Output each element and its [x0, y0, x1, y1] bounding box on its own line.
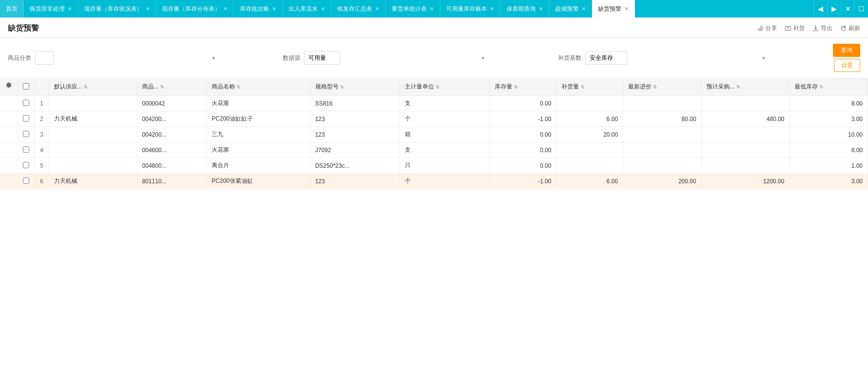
stock-sort-icon: ⇅ [514, 84, 518, 89]
settings-button[interactable]: 设置 [834, 59, 860, 72]
query-button[interactable]: 查询 [833, 44, 860, 57]
row-supplier [49, 96, 137, 111]
col-est-purchase[interactable]: 预计采购... ⇅ [701, 78, 789, 96]
tab-close-icon[interactable]: ✕ [375, 6, 380, 12]
row-supplier [49, 127, 137, 142]
tab-nav-buttons: ◀ ▶ ✕ ☐ [814, 0, 868, 18]
tab-close-icon[interactable]: ✕ [581, 6, 586, 12]
tab-close-icon[interactable]: ✕ [321, 6, 325, 12]
tab-bar: 首页拣货异常处理✕现存量（库存状况表）✕现存量（库存分布表）✕库存批次账✕出入库… [0, 0, 868, 18]
tab-prev-btn[interactable]: ◀ [814, 0, 827, 18]
col-min-stock[interactable]: 最低库存 ⇅ [789, 78, 868, 96]
col-product-code[interactable]: 商品... ⇅ [137, 78, 207, 96]
gear-icon[interactable] [5, 82, 13, 90]
row-spec: 123 [310, 127, 400, 142]
row-checkbox-5[interactable] [23, 177, 29, 184]
tab-demand-stat[interactable]: 要货单统计表✕ [386, 0, 440, 18]
row-supplier [49, 158, 137, 174]
row-checkbox-cell [18, 174, 35, 189]
tab-batch-account[interactable]: 库存批次账✕ [234, 0, 283, 18]
row-product-name: 三九 [207, 127, 310, 142]
tab-inout-flow[interactable]: 出入库流水✕ [283, 0, 331, 18]
tab-abnormal[interactable]: 拣货异常处理✕ [24, 0, 78, 18]
col-supplier[interactable]: 默认供应... ⇅ [49, 78, 137, 96]
row-checkbox-2[interactable] [23, 131, 29, 137]
col-product-name[interactable]: 商品名称 ⇅ [207, 78, 310, 96]
row-latest-price: 80.00 [623, 111, 701, 127]
filter-bar: 商品分类 数据源 可用量 补货基数 安全库存 查询 [0, 38, 868, 78]
tab-avail-ledger[interactable]: 可用量库存账本✕ [440, 0, 501, 18]
row-min-stock: 1.00 [789, 158, 868, 174]
row-latest-price [623, 142, 701, 158]
tab-collect-summary[interactable]: 收发存汇总表✕ [331, 0, 386, 18]
tab-close-icon[interactable]: ✕ [68, 6, 72, 12]
refresh-icon [840, 25, 847, 32]
share-button[interactable]: 分享 [757, 24, 777, 33]
tab-maximize-btn[interactable]: ☐ [854, 0, 868, 18]
tab-next-btn[interactable]: ▶ [827, 0, 841, 18]
col-replenish-qty[interactable]: 补货量 ⇅ [557, 78, 623, 96]
spec-sort-icon: ⇅ [340, 84, 344, 89]
row-stock-qty: 0.00 [490, 96, 557, 111]
row-unit: 支 [400, 96, 490, 111]
tab-close-icon[interactable]: ✕ [223, 6, 228, 12]
row-est-purchase: 480.00 [701, 111, 789, 127]
col-checkbox [18, 78, 35, 96]
tab-close-icon[interactable]: ✕ [272, 6, 276, 12]
tab-stock-status[interactable]: 现存量（库存状况表）✕ [78, 0, 156, 18]
col-stock-qty[interactable]: 库存量 ⇅ [490, 78, 557, 96]
tab-close-icon[interactable]: ✕ [145, 6, 150, 12]
col-latest-price[interactable]: 最新进价 ⇅ [623, 78, 701, 96]
col-spec[interactable]: 规格型号 ⇅ [310, 78, 400, 96]
unit-sort-icon: ⇅ [435, 84, 439, 89]
tab-close-window-btn[interactable]: ✕ [841, 0, 854, 18]
datasource-select[interactable]: 可用量 [304, 51, 340, 65]
row-gear-cell [0, 142, 18, 158]
replenish-base-label: 补货基数 [558, 54, 581, 62]
replenish-base-select[interactable]: 安全库存 [585, 51, 627, 65]
est-purchase-sort-icon: ⇅ [736, 84, 740, 89]
row-product-code: 004200... [137, 127, 207, 142]
row-est-purchase [701, 96, 789, 111]
row-product-name: 火花塞 [207, 96, 310, 111]
row-gear-cell [0, 158, 18, 174]
row-min-stock: 3.00 [789, 174, 868, 189]
table-row: 1 0000042 火花塞 SS816 支 0.00 8.00 [0, 96, 868, 111]
select-all-checkbox[interactable] [23, 83, 29, 89]
row-replenish-qty: 6.00 [557, 174, 623, 189]
row-stock-qty: 0.00 [490, 127, 557, 142]
tab-close-icon[interactable]: ✕ [539, 6, 543, 12]
datasource-select-wrapper: 可用量 [304, 51, 489, 65]
tab-stock-dist[interactable]: 现存量（库存分布表）✕ [156, 0, 234, 18]
export-button[interactable]: 导出 [813, 24, 832, 33]
tab-overstock[interactable]: 超储预警✕ [549, 0, 592, 18]
row-checkbox-1[interactable] [23, 115, 29, 122]
tab-label: 库存批次账 [240, 5, 269, 13]
row-stock-qty: 0.00 [490, 142, 557, 158]
price-sort-icon: ⇅ [653, 84, 657, 89]
tab-shortage[interactable]: 缺货预警✕ [592, 0, 635, 18]
tab-close-icon[interactable]: ✕ [490, 6, 494, 12]
main-content: 缺货预警 分享 补货 导出 刷新 商品分类 [0, 18, 868, 387]
tab-home[interactable]: 首页 [0, 0, 24, 18]
filter-actions: 查询 设置 [833, 44, 860, 72]
replenish-button[interactable]: 补货 [785, 24, 805, 33]
datasource-label: 数据源 [283, 54, 300, 62]
page-header: 缺货预警 分享 补货 导出 刷新 [0, 18, 868, 38]
row-checkbox-3[interactable] [23, 146, 29, 153]
category-select[interactable] [35, 51, 54, 65]
row-supplier: 力天机械 [49, 174, 137, 189]
row-checkbox-4[interactable] [23, 162, 29, 168]
row-product-name: PC200油缸缸子 [207, 111, 310, 127]
refresh-button[interactable]: 刷新 [840, 24, 860, 33]
datasource-filter-group: 数据源 可用量 [283, 51, 548, 65]
row-checkbox-0[interactable] [23, 100, 29, 106]
supplier-sort-icon: ⇅ [84, 84, 88, 89]
tab-close-icon[interactable]: ✕ [430, 6, 434, 12]
tab-close-icon[interactable]: ✕ [624, 6, 629, 12]
col-unit[interactable]: 主计量单位 ⇅ [400, 78, 490, 96]
tab-expiry-query[interactable]: 保质期查询✕ [501, 0, 549, 18]
category-label: 商品分类 [8, 54, 31, 62]
row-product-code: 004800... [137, 158, 207, 174]
table-row: 2 力天机械 004200... PC200油缸缸子 123 个 -1.00 6… [0, 111, 868, 127]
